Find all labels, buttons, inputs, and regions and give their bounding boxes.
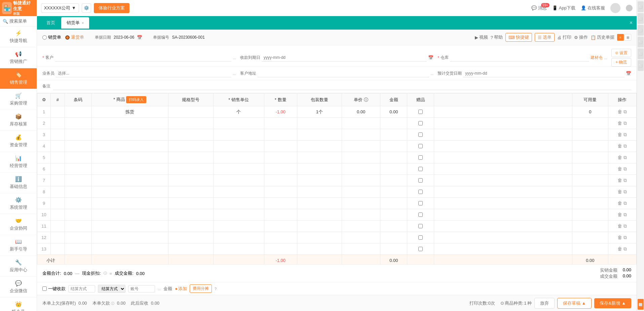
close-all-tabs-button[interactable]: ×	[630, 20, 633, 26]
gift-checkbox-13[interactable]	[418, 247, 423, 251]
grid-view-button[interactable]: ⊞	[624, 34, 631, 41]
sidebar-item-operations[interactable]: 📊 经营管理	[0, 152, 37, 172]
col-settings[interactable]: ⚙	[37, 93, 51, 106]
operate-button[interactable]: ⚙ 操作	[574, 34, 588, 40]
right-panel-btn-1[interactable]: ⬜	[638, 1, 644, 12]
delete-row-12[interactable]: 🗑	[617, 235, 622, 240]
copy-row-1[interactable]: ⧉	[623, 109, 627, 115]
save-new-button[interactable]: 保存&新增 ▲	[594, 298, 631, 308]
online-support-button[interactable]: 👤 在线客服	[581, 5, 605, 11]
right-panel-btn-5[interactable]: ⬜	[638, 48, 644, 59]
addr-more-icon[interactable]: ...	[430, 72, 433, 76]
message-button[interactable]: 💬 消息 99+	[531, 5, 547, 11]
logistics-btn[interactable]: + 物流	[611, 58, 631, 67]
user-settings-avatar[interactable]	[626, 5, 633, 11]
gift-checkbox-7[interactable]	[418, 178, 423, 183]
scan-button[interactable]: 扫码录入	[126, 96, 146, 103]
cost-split-button[interactable]: 费用分摊	[190, 284, 212, 293]
list-view-button[interactable]: ≡	[617, 34, 624, 41]
sidebar-item-finance[interactable]: 💰 资金管理	[0, 131, 37, 152]
setting-btn[interactable]: ⊙ 设置	[611, 49, 631, 57]
right-panel-btn-2[interactable]: ⬜	[638, 13, 644, 24]
tab-home[interactable]: 首页	[41, 17, 61, 29]
save-draft-button[interactable]: 保存草稿 ▲	[557, 298, 592, 309]
delete-row-9[interactable]: 🗑	[617, 200, 622, 206]
app-download-button[interactable]: 📱 App下载	[552, 5, 575, 11]
search-menu[interactable]: 🔍 搜索菜单	[0, 16, 37, 27]
warehouse-input[interactable]	[450, 54, 589, 62]
sidebar-item-sales[interactable]: 🏷️ 销售管理	[0, 68, 37, 89]
company-selector[interactable]: XXXXXX公司 ▼	[41, 3, 79, 13]
payment-method-select[interactable]: 结算方式	[98, 285, 125, 293]
gift-checkbox-9[interactable]	[418, 201, 423, 205]
account-more-icon[interactable]: ...	[158, 287, 161, 291]
gift-checkbox-6[interactable]	[418, 167, 423, 171]
history-button[interactable]: 📋 历史单据	[591, 34, 614, 40]
radio-sales-order[interactable]: 销货单	[42, 34, 61, 40]
copy-row-5[interactable]: ⧉	[623, 155, 627, 160]
notes-input[interactable]	[53, 82, 631, 90]
copy-row-3[interactable]: ⧉	[623, 132, 627, 138]
sidebar-item-collab[interactable]: 🤝 企业协同	[0, 214, 37, 235]
copy-row-12[interactable]: ⧉	[623, 235, 627, 240]
delete-row-3[interactable]: 🗑	[617, 132, 622, 138]
gift-checkbox-10[interactable]	[418, 212, 423, 217]
radio-return-order[interactable]: 退货单	[65, 34, 84, 40]
delete-row-1[interactable]: 🗑	[617, 109, 622, 115]
sidebar-item-system[interactable]: ⚙️ 系统管理	[0, 193, 37, 214]
one-click-pay-label[interactable]: 一键收款	[42, 286, 66, 292]
select-order-button[interactable]: ☰ 选单	[535, 33, 555, 42]
help-button[interactable]: ? 帮助	[491, 34, 503, 40]
due-date-input[interactable]	[262, 54, 427, 62]
sidebar-item-vip[interactable]: 👑 畅会员	[0, 298, 37, 311]
copy-row-11[interactable]: ⧉	[623, 223, 627, 229]
sidebar-item-guide[interactable]: 📖 新手引导	[0, 235, 37, 256]
tab-sales-order[interactable]: 销货单 ×	[61, 17, 89, 29]
gift-checkbox-2[interactable]	[418, 121, 423, 125]
sidebar-item-wechat[interactable]: 💬 企业微信	[0, 277, 37, 298]
gift-checkbox-5[interactable]	[418, 155, 423, 160]
print-button[interactable]: 🖨 打印	[557, 34, 571, 40]
right-panel-btn-6[interactable]: ⬜	[638, 60, 644, 71]
copy-row-4[interactable]: ⧉	[623, 143, 627, 149]
right-panel-btn-3[interactable]: ⬜	[638, 25, 644, 36]
date-calendar-icon[interactable]: 📅	[137, 35, 142, 40]
tab-close-icon[interactable]: ×	[82, 21, 84, 25]
gift-checkbox-4[interactable]	[418, 144, 423, 148]
delete-row-2[interactable]: 🗑	[617, 120, 622, 126]
delivery-date-input[interactable]	[463, 70, 624, 77]
video-help-button[interactable]: ▶ 视频	[475, 34, 488, 40]
delete-row-11[interactable]: 🗑	[617, 223, 622, 229]
gift-checkbox-8[interactable]	[418, 190, 423, 194]
copy-row-7[interactable]: ⧉	[623, 178, 627, 183]
right-panel-btn-4[interactable]: ⬜	[638, 37, 644, 47]
shortcut-button[interactable]: ⌨ 快捷键	[505, 33, 532, 42]
due-date-calendar-icon[interactable]: 📅	[428, 55, 433, 60]
gift-checkbox-12[interactable]	[418, 235, 423, 240]
sidebar-item-purchase[interactable]: 🛒 采购管理	[0, 89, 37, 110]
sidebar-item-marketing[interactable]: 📢 营销推广	[0, 47, 37, 68]
sidebar-item-inventory[interactable]: 📦 库存核算	[0, 110, 37, 131]
delete-row-13[interactable]: 🗑	[617, 246, 622, 252]
sidebar-item-quick[interactable]: ⚡ 快捷导航	[0, 27, 37, 47]
gift-checkbox-3[interactable]	[418, 132, 423, 137]
delete-row-5[interactable]: 🗑	[617, 155, 622, 160]
discard-button[interactable]: 放弃	[534, 298, 555, 309]
user-avatar[interactable]	[610, 3, 620, 13]
one-click-pay-checkbox[interactable]	[42, 286, 47, 291]
delivery-date-calendar-icon[interactable]: 📅	[626, 71, 631, 76]
sidebar-item-basic[interactable]: ℹ️ 基础信息	[0, 172, 37, 193]
customer-addr-input[interactable]	[258, 70, 429, 77]
warehouse-more-icon[interactable]: ...	[604, 56, 607, 60]
salesperson-input[interactable]	[56, 70, 231, 77]
right-panel-btn-orange[interactable]: ⬜	[638, 299, 644, 310]
copy-row-2[interactable]: ⧉	[623, 120, 627, 126]
copy-row-6[interactable]: ⧉	[623, 166, 627, 172]
gift-checkbox-11[interactable]	[418, 224, 423, 228]
delete-row-10[interactable]: 🗑	[617, 212, 622, 218]
sidebar-item-apps[interactable]: 🔧 应用中心	[0, 256, 37, 277]
delete-row-8[interactable]: 🗑	[617, 189, 622, 195]
payment-method-input[interactable]	[68, 285, 95, 293]
salesperson-more-icon[interactable]: ...	[233, 72, 236, 76]
customer-input[interactable]	[55, 54, 231, 62]
